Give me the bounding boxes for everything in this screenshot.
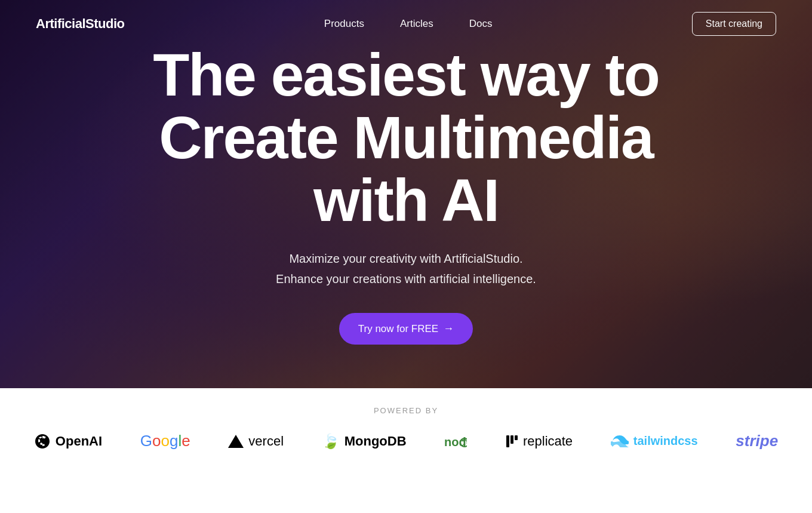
vercel-logo: vercel [228, 434, 284, 449]
hero-title: The easiest way to Create Multimedia wit… [153, 44, 659, 232]
replicate-logo: replicate [505, 434, 573, 449]
powered-by-section: POWERED BY OpenAI Google vercel 🍃 MongoD… [0, 388, 812, 474]
replicate-text: replicate [523, 434, 573, 449]
hero-subtitle: Maximize your creativity with Artificial… [153, 248, 659, 289]
tailwindcss-text: tailwindcss [633, 434, 698, 448]
mongodb-leaf-icon: 🍃 [322, 433, 340, 450]
openai-text: OpenAI [56, 434, 102, 449]
tailwindcss-icon [611, 435, 629, 447]
google-e: e [182, 432, 190, 450]
svg-rect-5 [510, 435, 513, 444]
google-o2: o [161, 432, 169, 450]
vercel-text: vercel [248, 434, 284, 449]
svg-rect-6 [515, 435, 518, 440]
nodejs-icon: node . js [444, 434, 467, 449]
hero-title-line3: with AI [313, 167, 499, 234]
openai-logo: OpenAI [34, 433, 102, 450]
hero-title-line1: The easiest way to [153, 41, 659, 108]
hero-cta-label: Try now for FREE [358, 323, 438, 335]
hero-title-line2: Create Multimedia [159, 104, 653, 171]
hero-content: The easiest way to Create Multimedia wit… [129, 44, 683, 345]
hero-section: The easiest way to Create Multimedia wit… [0, 0, 812, 388]
google-logo: Google [140, 432, 190, 450]
vercel-triangle-icon [228, 435, 244, 448]
mongodb-logo: 🍃 MongoDB [322, 433, 407, 450]
powered-by-label: POWERED BY [0, 406, 812, 415]
stripe-text: stripe [736, 432, 778, 450]
nav-logo[interactable]: ArtificialStudio [36, 16, 124, 32]
logos-row: OpenAI Google vercel 🍃 MongoDB node . js [0, 432, 812, 450]
svg-rect-4 [506, 435, 509, 447]
replicate-icon [505, 434, 519, 449]
google-text: Google [140, 432, 190, 450]
tailwindcss-logo: tailwindcss [611, 434, 698, 448]
nav-link-products[interactable]: Products [324, 18, 364, 30]
mongodb-text: MongoDB [345, 434, 407, 449]
nav-link-docs[interactable]: Docs [469, 18, 493, 30]
stripe-logo: stripe [736, 432, 778, 450]
nav-cta-button[interactable]: Start creating [692, 12, 776, 36]
openai-icon [34, 433, 51, 450]
google-o1: o [152, 432, 161, 450]
nav-link-articles[interactable]: Articles [400, 18, 433, 30]
google-g2: g [170, 432, 178, 450]
nodejs-logo: node . js [444, 434, 467, 449]
bottom-spacer [0, 474, 812, 504]
hero-subtitle-line1: Maximize your creativity with Artificial… [289, 252, 522, 265]
navbar: ArtificialStudio Products Articles Docs … [0, 0, 812, 48]
nav-links: Products Articles Docs [324, 18, 493, 30]
google-g: G [140, 432, 152, 450]
hero-subtitle-line2: Enhance your creations with artificial i… [276, 272, 536, 285]
hero-cta-button[interactable]: Try now for FREE → [339, 313, 473, 345]
hero-cta-arrow-icon: → [443, 322, 454, 335]
